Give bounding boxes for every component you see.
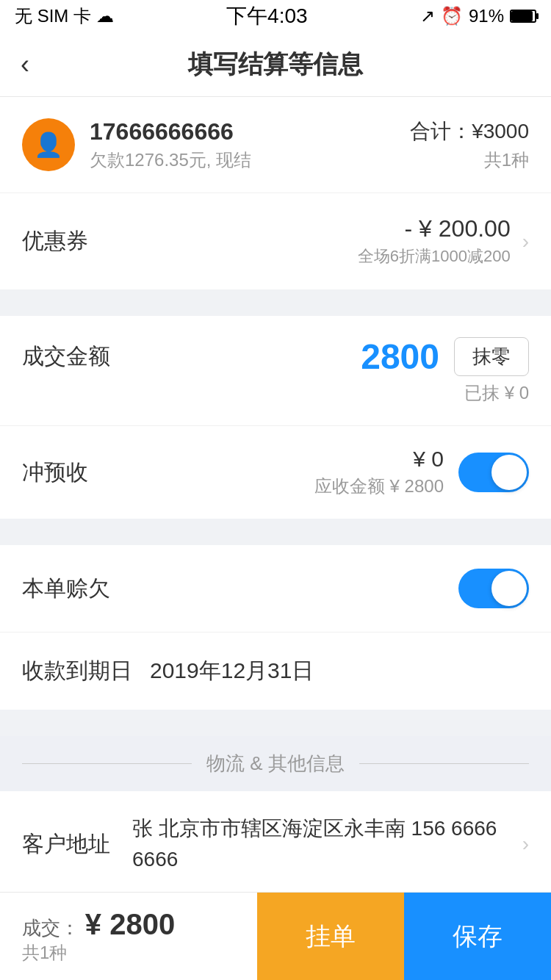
coupon-right: - ¥ 200.00 全场6折满1000减200 › bbox=[358, 215, 529, 267]
hold-button[interactable]: 挂单 bbox=[257, 893, 404, 981]
sep-line-right bbox=[359, 763, 529, 764]
credit-toggle-knob bbox=[491, 571, 527, 606]
total-label-amount: 合计：¥3000 bbox=[410, 118, 529, 145]
customer-row: 👤 17666666666 欠款1276.35元, 现结 合计：¥3000 共1… bbox=[0, 97, 551, 192]
prepay-amount: ¥ 0 bbox=[314, 447, 444, 472]
bottom-summary-label: 成交： bbox=[22, 917, 79, 939]
customer-left: 👤 17666666666 欠款1276.35元, 现结 bbox=[22, 118, 251, 172]
bottom-bar: 成交： ¥ 2800 共1种 挂单 保存 bbox=[0, 892, 551, 980]
address-chevron-icon: › bbox=[522, 832, 529, 856]
customer-right: 合计：¥3000 共1种 bbox=[410, 118, 529, 172]
location-icon: ↗ bbox=[420, 6, 435, 26]
battery-status: 91% bbox=[469, 6, 504, 26]
customer-card: 👤 17666666666 欠款1276.35元, 现结 合计：¥3000 共1… bbox=[0, 97, 551, 289]
section-divider-2 bbox=[0, 532, 551, 545]
total-amount: ¥3000 bbox=[472, 120, 529, 143]
customer-phone: 17666666666 bbox=[90, 118, 251, 145]
prepay-label: 冲预收 bbox=[22, 458, 88, 488]
status-bar: 无 SIM 卡 ☁ 下午4:03 ↗ ⏰ 91% bbox=[0, 0, 551, 32]
amount-section: 成交金额 2800 抹零 已抹 ¥ 0 bbox=[0, 316, 551, 425]
credit-toggle[interactable] bbox=[458, 569, 529, 608]
amount-label: 成交金额 bbox=[22, 342, 110, 372]
address-value: 张 北京市市辖区海淀区永丰南 156 6666 6666 bbox=[132, 813, 522, 875]
total-label: 合计： bbox=[410, 120, 472, 143]
coupon-label: 优惠券 bbox=[22, 226, 88, 256]
logistics-text: 物流 & 其他信息 bbox=[206, 751, 345, 777]
address-card: 客户地址 张 北京市市辖区海淀区永丰南 156 6666 6666 › bbox=[0, 791, 551, 897]
bottom-summary-count: 共1种 bbox=[22, 941, 235, 965]
customer-sub: 欠款1276.35元, 现结 bbox=[90, 148, 251, 172]
credit-label: 本单赊欠 bbox=[22, 574, 110, 604]
status-left: 无 SIM 卡 ☁ bbox=[15, 4, 114, 28]
bottom-summary: 成交： ¥ 2800 共1种 bbox=[0, 908, 257, 965]
section-divider-3 bbox=[0, 723, 551, 736]
nav-bar: ‹ 填写结算等信息 bbox=[0, 32, 551, 97]
amount-sub: 已抹 ¥ 0 bbox=[22, 381, 529, 405]
prepay-sub: 应收金额 ¥ 2800 bbox=[314, 475, 444, 498]
page-title: 填写结算等信息 bbox=[188, 48, 363, 82]
coupon-amount: - ¥ 200.00 bbox=[358, 215, 511, 242]
duedate-row: 收款到期日 2019年12月31日 bbox=[0, 632, 551, 710]
credit-row: 本单赊欠 bbox=[0, 545, 551, 632]
prepay-right: ¥ 0 应收金额 ¥ 2800 bbox=[314, 447, 529, 498]
address-label: 客户地址 bbox=[22, 829, 110, 860]
battery-icon bbox=[510, 10, 536, 23]
content-area: 👤 17666666666 欠款1276.35元, 现结 合计：¥3000 共1… bbox=[0, 97, 551, 980]
coupon-row[interactable]: 优惠券 - ¥ 200.00 全场6折满1000减200 › bbox=[0, 192, 551, 289]
duedate-label: 收款到期日 bbox=[22, 656, 132, 686]
coupon-desc: 全场6折满1000减200 bbox=[358, 245, 511, 267]
customer-info: 17666666666 欠款1276.35元, 现结 bbox=[90, 118, 251, 172]
prepay-row: 冲预收 ¥ 0 应收金额 ¥ 2800 bbox=[0, 425, 551, 519]
bottom-summary-amount: ¥ 2800 bbox=[85, 908, 175, 940]
status-right: ↗ ⏰ 91% bbox=[420, 6, 536, 26]
amount-row: 成交金额 2800 抹零 bbox=[22, 336, 529, 377]
credit-card: 本单赊欠 收款到期日 2019年12月31日 bbox=[0, 545, 551, 710]
alarm-icon: ⏰ bbox=[441, 6, 463, 26]
amount-card: 成交金额 2800 抹零 已抹 ¥ 0 冲预收 ¥ 0 应收金额 ¥ 2800 bbox=[0, 316, 551, 519]
round-button[interactable]: 抹零 bbox=[454, 337, 529, 376]
chevron-right-icon: › bbox=[522, 230, 529, 253]
total-count: 共1种 bbox=[410, 148, 529, 172]
avatar-icon: 👤 bbox=[34, 131, 63, 159]
sep-line-left bbox=[22, 763, 192, 764]
duedate-value: 2019年12月31日 bbox=[150, 656, 314, 686]
status-time: 下午4:03 bbox=[226, 2, 308, 30]
avatar: 👤 bbox=[22, 118, 75, 171]
amount-right: 2800 抹零 bbox=[361, 336, 529, 377]
prepay-toggle[interactable] bbox=[458, 453, 529, 492]
amount-value: 2800 bbox=[361, 336, 439, 377]
sim-status: 无 SIM 卡 ☁ bbox=[15, 4, 114, 28]
save-button[interactable]: 保存 bbox=[404, 893, 551, 981]
section-divider-1 bbox=[0, 303, 551, 316]
toggle-knob bbox=[491, 455, 527, 490]
address-row[interactable]: 客户地址 张 北京市市辖区海淀区永丰南 156 6666 6666 › bbox=[0, 791, 551, 897]
back-button[interactable]: ‹ bbox=[21, 49, 29, 80]
logistics-separator: 物流 & 其他信息 bbox=[0, 736, 551, 791]
